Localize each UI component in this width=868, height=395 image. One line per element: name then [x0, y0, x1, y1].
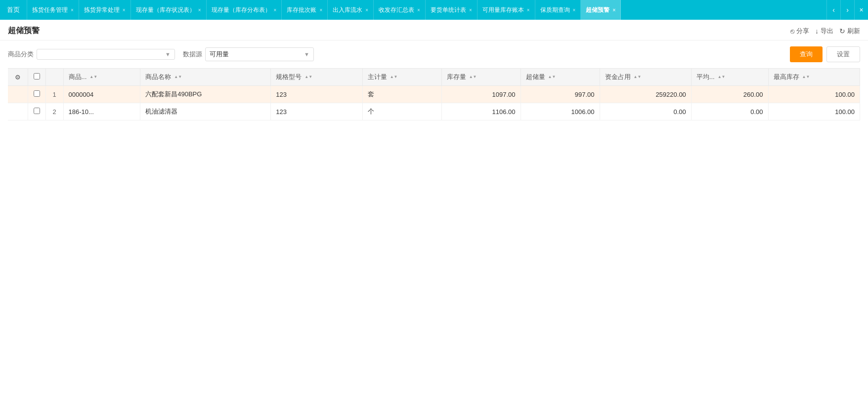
- th-name[interactable]: 商品名称 ▲▼: [140, 69, 271, 86]
- sort-stock-icon[interactable]: ▲▼: [469, 75, 477, 79]
- category-chevron-icon: ▼: [165, 51, 171, 57]
- th-capital[interactable]: 资金占用 ▲▼: [600, 69, 691, 86]
- td-avg-0: 260.00: [691, 86, 768, 103]
- td-max-stock-0: 100.00: [768, 86, 860, 103]
- td-max-stock-1: 100.00: [768, 103, 860, 120]
- sort-spec-icon[interactable]: ▲▼: [304, 75, 312, 79]
- th-unit[interactable]: 主计量 ▲▼: [362, 69, 441, 86]
- refresh-button[interactable]: ↻ 刷新: [839, 27, 860, 36]
- nav-tab-close-8[interactable]: ×: [527, 7, 530, 13]
- nav-tab-5[interactable]: 出入库流水 ×: [328, 0, 374, 20]
- nav-tab-close-9[interactable]: ×: [573, 7, 576, 13]
- td-unit-0: 套: [362, 86, 441, 103]
- filter-datasource: 数据源 可用量 ▼: [183, 47, 314, 61]
- nav-tab-4[interactable]: 库存批次账 ×: [282, 0, 328, 20]
- td-spec-0: 123: [271, 86, 362, 103]
- row-checkbox-1[interactable]: [34, 108, 40, 114]
- table-container: ⚙ 商品... ▲▼ 商品名称: [0, 68, 868, 120]
- nav-tab-close-5[interactable]: ×: [365, 7, 368, 13]
- td-unit-1: 个: [362, 103, 441, 120]
- td-name-1: 机油滤清器: [140, 103, 271, 120]
- nav-tab-close-10[interactable]: ×: [612, 7, 615, 13]
- nav-tab-label-1: 拣货异常处理: [84, 6, 120, 14]
- nav-tab-close-4[interactable]: ×: [319, 7, 322, 13]
- page-container: 超储预警 ⎋ 分享 ↓ 导出 ↻ 刷新 商品分类 ▼ 数据源: [0, 20, 868, 395]
- td-overstock-1: 1006.00: [521, 103, 600, 120]
- table-row: 1 0000004 六配套新昌490BPG 123 套 1097.00 997.…: [8, 86, 860, 103]
- td-avg-1: 0.00: [691, 103, 768, 120]
- export-label: 导出: [821, 27, 833, 36]
- nav-tab-label-9: 保质期查询: [540, 6, 570, 14]
- nav-tab-label-7: 要货单统计表: [431, 6, 466, 14]
- select-all-checkbox[interactable]: [34, 73, 40, 79]
- th-max-stock[interactable]: 最高库存 ▲▼: [768, 69, 860, 86]
- nav-tab-0[interactable]: 拣货任务管理 ×: [27, 0, 79, 20]
- datasource-select-value: 可用量: [210, 50, 229, 59]
- th-overstock[interactable]: 超储量 ▲▼: [521, 69, 600, 86]
- nav-tab-label-6: 收发存汇总表: [379, 6, 414, 14]
- nav-tab-8[interactable]: 可用量库存账本 ×: [477, 0, 535, 20]
- nav-tab-close-2[interactable]: ×: [198, 7, 201, 13]
- th-capital-label: 资金占用: [605, 73, 631, 81]
- nav-tab-7[interactable]: 要货单统计表 ×: [426, 0, 477, 20]
- nav-tab-10[interactable]: 超储预警 ×: [581, 0, 621, 20]
- data-table: ⚙ 商品... ▲▼ 商品名称: [8, 68, 860, 120]
- filter-bar: 商品分类 ▼ 数据源 可用量 ▼ 查询 设置: [0, 40, 868, 68]
- filter-category: 商品分类 ▼: [8, 49, 175, 60]
- datasource-select[interactable]: 可用量 ▼: [205, 47, 314, 61]
- refresh-icon: ↻: [839, 27, 845, 35]
- th-gear[interactable]: ⚙: [8, 69, 28, 86]
- nav-tab-close-1[interactable]: ×: [123, 7, 126, 13]
- query-button[interactable]: 查询: [790, 46, 823, 62]
- th-code-label: 商品...: [69, 73, 87, 81]
- th-code[interactable]: 商品... ▲▼: [63, 69, 140, 86]
- sort-overstock-icon[interactable]: ▲▼: [548, 75, 556, 79]
- nav-tab-close-0[interactable]: ×: [71, 7, 74, 13]
- export-button[interactable]: ↓ 导出: [815, 27, 833, 36]
- sort-avg-icon[interactable]: ▲▼: [718, 75, 726, 79]
- nav-tab-label-5: 出入库流水: [333, 6, 362, 14]
- sort-code-icon[interactable]: ▲▼: [89, 75, 97, 79]
- page-actions: ⎋ 分享 ↓ 导出 ↻ 刷新: [790, 27, 860, 36]
- sort-name-icon[interactable]: ▲▼: [174, 75, 182, 79]
- td-check-1[interactable]: [28, 103, 45, 120]
- sort-unit-icon[interactable]: ▲▼: [390, 75, 398, 79]
- th-spec[interactable]: 规格型号 ▲▼: [271, 69, 362, 86]
- category-select[interactable]: ▼: [37, 49, 175, 60]
- nav-arrows: ‹ › ×: [826, 0, 868, 20]
- nav-tab-1[interactable]: 拣货异常处理 ×: [79, 0, 131, 20]
- td-code-0: 0000004: [63, 86, 140, 103]
- nav-tab-3[interactable]: 现存量（库存分布表） ×: [207, 0, 282, 20]
- nav-tab-label-8: 可用量库存账本: [482, 6, 524, 14]
- td-spec-1: 123: [271, 103, 362, 120]
- nav-tab-6[interactable]: 收发存汇总表 ×: [374, 0, 426, 20]
- nav-home[interactable]: 首页: [0, 0, 27, 20]
- settings-button[interactable]: 设置: [826, 46, 860, 62]
- sort-capital-icon[interactable]: ▲▼: [634, 75, 642, 79]
- nav-tab-9[interactable]: 保质期查询 ×: [535, 0, 581, 20]
- nav-arrow-right[interactable]: ›: [840, 0, 854, 20]
- nav-tab-close-6[interactable]: ×: [417, 7, 420, 13]
- nav-tab-label-2: 现存量（库存状况表）: [136, 6, 195, 14]
- th-check[interactable]: [28, 69, 45, 86]
- datasource-chevron-icon: ▼: [304, 51, 309, 57]
- th-spec-label: 规格型号: [276, 73, 302, 81]
- sort-max-stock-icon[interactable]: ▲▼: [802, 75, 810, 79]
- nav-arrow-left[interactable]: ‹: [826, 0, 840, 20]
- td-check-0[interactable]: [28, 86, 45, 103]
- nav-tab-close-3[interactable]: ×: [274, 7, 277, 13]
- td-gear-0: [8, 86, 28, 103]
- th-stock[interactable]: 库存量 ▲▼: [441, 69, 521, 86]
- row-checkbox-0[interactable]: [34, 90, 40, 97]
- td-capital-1: 0.00: [600, 103, 691, 120]
- share-button[interactable]: ⎋ 分享: [790, 27, 809, 36]
- nav-tab-label-0: 拣货任务管理: [32, 6, 68, 14]
- nav-tab-close-7[interactable]: ×: [469, 7, 472, 13]
- nav-tab-label-4: 库存批次账: [287, 6, 316, 14]
- td-overstock-0: 997.00: [521, 86, 600, 103]
- share-label: 分享: [796, 27, 809, 36]
- nav-tab-2[interactable]: 现存量（库存状况表） ×: [131, 0, 207, 20]
- share-icon: ⎋: [790, 27, 794, 35]
- th-avg[interactable]: 平均... ▲▼: [691, 69, 768, 86]
- nav-arrow-close[interactable]: ×: [854, 0, 868, 20]
